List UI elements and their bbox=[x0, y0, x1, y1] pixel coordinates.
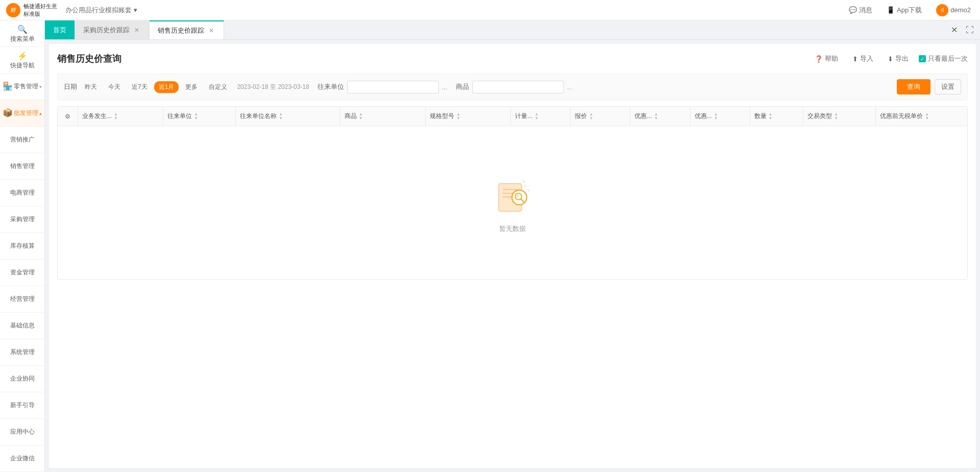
page-content: 销售历史价查询 ❓ 帮助 ⬆ 导入 ⬇ 导出 ✓ bbox=[49, 44, 976, 468]
tab-close-sales[interactable]: ✕ bbox=[207, 27, 215, 35]
partner-input[interactable] bbox=[347, 81, 439, 93]
th-partner-code[interactable]: 往来单位 ▲▼ bbox=[163, 107, 236, 126]
sidebar-item-sales[interactable]: 销售管理 bbox=[0, 153, 44, 180]
date-btn-today[interactable]: 今天 bbox=[104, 81, 125, 93]
sort-icon-biz-date: ▲▼ bbox=[114, 112, 118, 121]
gear-icon: ⚙ bbox=[65, 113, 70, 120]
date-btn-last1month[interactable]: 近1月 bbox=[154, 81, 179, 93]
th-spec[interactable]: 规格型号 ▲▼ bbox=[426, 107, 511, 126]
logo-area: 好 畅捷通好生意 标准版 bbox=[6, 3, 57, 17]
app-download-action[interactable]: 📱 App下载 bbox=[884, 4, 925, 17]
page-title-actions: ❓ 帮助 ⬆ 导入 ⬇ 导出 ✓ 只看最后一次 bbox=[811, 52, 968, 65]
tab-purchase-history[interactable]: 采购历史价跟踪 ✕ bbox=[75, 20, 150, 39]
sidebar-item-guide[interactable]: 新手引导 bbox=[0, 392, 44, 419]
sidebar-item-search-menu[interactable]: 🔍 搜索菜单 bbox=[0, 20, 44, 47]
tab-sales-history[interactable]: 销售历史价跟踪 ✕ bbox=[150, 20, 224, 39]
th-partner-name[interactable]: 往来单位名称 ▲▼ bbox=[236, 107, 340, 126]
sidebar-item-purchase[interactable]: 采购管理 bbox=[0, 206, 44, 233]
chevron-down-icon: ▾ bbox=[134, 6, 137, 14]
svg-point-4 bbox=[512, 190, 527, 205]
maximize-button[interactable]: ⛶ bbox=[964, 23, 976, 37]
table-header: ⚙ 业务发生... ▲▼ 往来单位 ▲▼ 往来单位名称 ▲▼ bbox=[58, 107, 967, 126]
settings-button[interactable]: 设置 bbox=[935, 79, 961, 95]
date-btn-more[interactable]: 更多 bbox=[181, 81, 202, 93]
date-range-text: 2023-02-18 至 2023-03-18 bbox=[237, 83, 309, 91]
sidebar-item-quick-nav[interactable]: ⚡ 快捷导航 bbox=[0, 47, 44, 74]
content-area: 首页 采购历史价跟踪 ✕ 销售历史价跟踪 ✕ ✕ ⛶ 销售历史价查询 bbox=[45, 20, 980, 472]
user-action[interactable]: d demo2 bbox=[933, 2, 974, 18]
th-settings[interactable]: ⚙ bbox=[58, 107, 78, 126]
th-discount2[interactable]: 优惠... ▲▼ bbox=[691, 107, 750, 126]
query-button[interactable]: 查询 bbox=[897, 79, 930, 95]
sidebar-item-retail[interactable]: 🏪 零售管理 ▾ bbox=[0, 74, 44, 100]
sidebar-item-wholesale[interactable]: 📦 批发管理 ▴ bbox=[0, 100, 44, 127]
partner-dots[interactable]: ... bbox=[442, 83, 448, 91]
logo-icon: 好 bbox=[6, 3, 20, 17]
page-title: 销售历史价查询 bbox=[57, 53, 121, 65]
tab-bar-actions: ✕ ⛶ bbox=[945, 20, 980, 39]
wholesale-icon: 📦 bbox=[3, 108, 13, 117]
sidebar-item-marketing[interactable]: 营销推广 bbox=[0, 127, 44, 153]
message-action[interactable]: 💬 消息 bbox=[846, 4, 875, 17]
help-icon: ❓ bbox=[815, 55, 823, 63]
import-button[interactable]: ⬆ 导入 bbox=[848, 52, 877, 65]
sidebar-item-app-center[interactable]: 应用中心 bbox=[0, 419, 44, 445]
th-quantity[interactable]: 数量 ▲▼ bbox=[750, 107, 804, 126]
import-icon: ⬆ bbox=[852, 55, 858, 63]
empty-illustration: ? bbox=[489, 172, 535, 218]
product-dots[interactable]: ... bbox=[567, 83, 573, 91]
close-tab-button[interactable]: ✕ bbox=[949, 23, 960, 37]
sidebar-item-operations[interactable]: 经营管理 bbox=[0, 286, 44, 313]
tab-home[interactable]: 首页 bbox=[45, 20, 75, 39]
tab-close-purchase[interactable]: ✕ bbox=[133, 26, 141, 34]
date-btn-last7[interactable]: 近7天 bbox=[127, 81, 152, 93]
sidebar-item-finance[interactable]: 资金管理 bbox=[0, 259, 44, 286]
retail-icon: 🏪 bbox=[3, 81, 13, 91]
chevron-down-icon-retail: ▾ bbox=[39, 84, 42, 89]
empty-state: ? 暂无数据 bbox=[489, 172, 535, 233]
th-unit[interactable]: 计量... ▲▼ bbox=[511, 107, 571, 126]
date-btn-yesterday[interactable]: 昨天 bbox=[80, 81, 102, 93]
sort-icon-partner-name: ▲▼ bbox=[279, 112, 283, 121]
sidebar-item-inventory[interactable]: 库存核算 bbox=[0, 233, 44, 259]
only-last-checkbox[interactable]: ✓ bbox=[919, 55, 926, 62]
help-button[interactable]: ❓ 帮助 bbox=[811, 52, 842, 65]
th-quoted-price[interactable]: 报价 ▲▼ bbox=[571, 107, 630, 126]
svg-point-10 bbox=[523, 180, 525, 182]
th-biz-date[interactable]: 业务发生... ▲▼ bbox=[78, 107, 163, 126]
header-right: 💬 消息 📱 App下载 d demo2 bbox=[846, 2, 974, 18]
main-layout: 🔍 搜索菜单 ⚡ 快捷导航 🏪 零售管理 ▾ 📦 批发管理 ▴ 营销推广 销售管… bbox=[0, 20, 980, 472]
empty-text: 暂无数据 bbox=[499, 224, 526, 233]
table-body: ? 暂无数据 bbox=[58, 126, 967, 279]
date-options: 昨天 今天 近7天 近1月 更多 自定义 bbox=[80, 81, 232, 93]
download-icon: 📱 bbox=[887, 6, 895, 14]
export-button[interactable]: ⬇ 导出 bbox=[884, 52, 913, 65]
sort-icon-unit: ▲▼ bbox=[534, 112, 538, 121]
th-pretax-price[interactable]: 优惠前无税单价 ▲▼ bbox=[876, 107, 967, 126]
app-selector[interactable]: 办公用品行业模拟账套 ▾ bbox=[61, 4, 141, 17]
sidebar-item-basic[interactable]: 基础信息 bbox=[0, 313, 44, 339]
th-product[interactable]: 商品 ▲▼ bbox=[340, 107, 426, 126]
th-trade-type[interactable]: 交易类型 ▲▼ bbox=[803, 107, 876, 126]
only-last-checkbox-label[interactable]: ✓ 只看最后一次 bbox=[919, 54, 968, 63]
sidebar-item-ecommerce[interactable]: 电商管理 bbox=[0, 180, 44, 206]
sort-icon-spec: ▲▼ bbox=[456, 112, 460, 121]
top-header: 好 畅捷通好生意 标准版 办公用品行业模拟账套 ▾ 💬 消息 📱 App下载 d… bbox=[0, 0, 980, 20]
filter-row: 日期 昨天 今天 近7天 近1月 更多 自定义 2023-02-18 至 202… bbox=[57, 74, 968, 100]
svg-point-9 bbox=[528, 190, 530, 192]
sidebar-item-wechat[interactable]: 企业微信 bbox=[0, 445, 44, 472]
lightning-icon: ⚡ bbox=[17, 51, 28, 61]
date-btn-custom[interactable]: 自定义 bbox=[204, 81, 232, 93]
th-discount1[interactable]: 优惠... ▲▼ bbox=[630, 107, 690, 126]
partner-label: 往来单位 bbox=[317, 82, 344, 91]
chevron-up-icon-wholesale: ▴ bbox=[39, 111, 42, 116]
sort-icon-discount1: ▲▼ bbox=[654, 112, 658, 121]
sidebar-item-system[interactable]: 系统管理 bbox=[0, 339, 44, 366]
sort-icon-discount2: ▲▼ bbox=[714, 112, 718, 121]
page-title-row: 销售历史价查询 ❓ 帮助 ⬆ 导入 ⬇ 导出 ✓ bbox=[57, 52, 968, 65]
product-input[interactable] bbox=[472, 81, 564, 93]
svg-point-8 bbox=[524, 184, 527, 187]
sort-icon-product: ▲▼ bbox=[359, 112, 363, 121]
sidebar-item-enterprise[interactable]: 企业协同 bbox=[0, 366, 44, 392]
sort-icon-trade-type: ▲▼ bbox=[834, 112, 838, 121]
